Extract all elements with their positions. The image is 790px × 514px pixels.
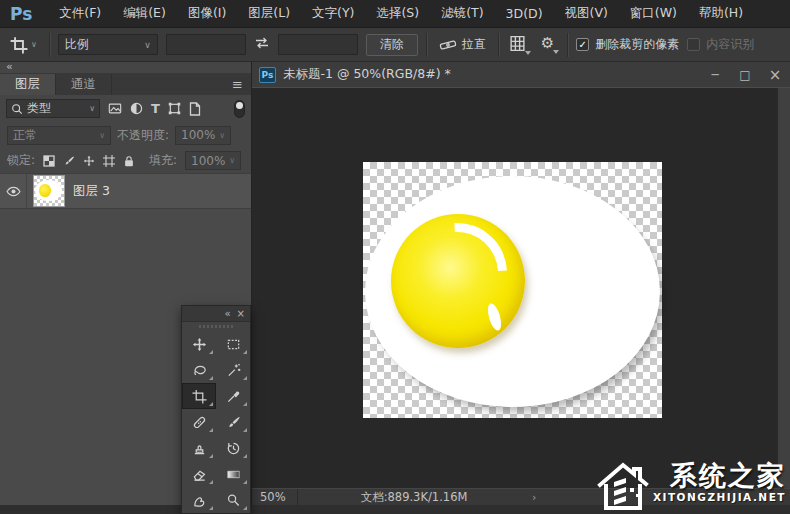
swap-width-height-icon[interactable] — [254, 36, 270, 53]
filter-pixel-layers-icon[interactable] — [108, 102, 122, 115]
crop-options-button[interactable]: ⚙ — [539, 34, 559, 55]
yolk-highlight-small — [485, 302, 503, 332]
quick-selection-tool-icon — [226, 363, 241, 378]
menu-item-help[interactable]: 帮助(H) — [688, 5, 754, 22]
menu-item-3d[interactable]: 3D(D) — [495, 6, 554, 21]
smudge-tool-button[interactable] — [182, 487, 216, 513]
blend-mode-select[interactable]: 正常 ∨ — [7, 126, 111, 145]
crop-ratio-select[interactable]: 比例 ∨ — [58, 34, 158, 55]
history-brush-tool-icon — [226, 441, 241, 456]
dodge-tool-button[interactable] — [216, 487, 250, 513]
document-title-bar[interactable]: Ps 未标题-1 @ 50%(RGB/8#) * ─ □ × — [252, 62, 790, 88]
eyedropper-tool-button[interactable] — [216, 383, 250, 409]
tab-layers[interactable]: 图层 — [0, 74, 56, 95]
close-button[interactable]: × — [760, 62, 790, 87]
status-menu-arrow-icon[interactable]: › — [532, 491, 536, 504]
smudge-tool-icon — [192, 493, 207, 508]
layer-row[interactable]: 图层 3 — [0, 173, 251, 209]
brush-tool-icon — [226, 415, 241, 430]
spot-healing-brush-tool-button[interactable] — [182, 409, 216, 435]
fill-label: 填充: — [149, 152, 177, 169]
caret-down-icon: ∨ — [31, 40, 37, 49]
history-brush-tool-button[interactable] — [216, 435, 250, 461]
collapse-panels-icon[interactable]: « — [6, 60, 13, 73]
rectangular-marquee-tool-icon — [226, 337, 241, 352]
eraser-tool-button[interactable] — [182, 461, 216, 487]
menu-item-window[interactable]: 窗口(W) — [619, 5, 688, 22]
brush-tool-button[interactable] — [216, 409, 250, 435]
menu-item-view[interactable]: 视图(V) — [554, 5, 619, 22]
panel-tabs: 图层 通道 ≡ — [0, 73, 251, 95]
gear-icon: ⚙ — [541, 36, 554, 51]
layer-name[interactable]: 图层 3 — [73, 183, 110, 200]
blend-mode-row: 正常 ∨ 不透明度: 100% ∨ — [0, 122, 251, 148]
filter-kind-select[interactable]: 类型 ∨ — [6, 99, 100, 118]
delete-cropped-pixels-checkbox[interactable]: ✓ 删除裁剪的像素 — [576, 36, 679, 53]
crop-height-input[interactable] — [278, 34, 358, 55]
lock-row: 锁定: 填充: 100% ∨ — [0, 148, 251, 173]
straighten-button[interactable]: 拉直 — [435, 36, 490, 53]
restore-button[interactable]: □ — [730, 62, 760, 87]
clear-button[interactable]: 清除 — [366, 34, 418, 56]
eraser-tool-icon — [192, 467, 207, 482]
panel-menu-icon[interactable]: ≡ — [232, 77, 243, 92]
filter-type-layers-icon[interactable]: T — [151, 101, 160, 116]
toggle-knob — [236, 102, 243, 109]
grip-dots — [199, 325, 233, 328]
lock-position-icon[interactable] — [83, 155, 95, 167]
lock-all-icon[interactable] — [123, 155, 135, 167]
canvas-viewport — [252, 88, 790, 488]
document-size-info: 文档:889.3K/1.16M — [298, 490, 530, 505]
lock-transparent-pixels-icon[interactable] — [43, 155, 55, 167]
lock-image-pixels-icon[interactable] — [63, 155, 75, 167]
crop-tool-button[interactable] — [182, 383, 216, 409]
menu-bar: Ps 文件(F) 编辑(E) 图像(I) 图层(L) 文字(Y) 选择(S) 滤… — [0, 0, 790, 28]
crop-tool-preset-picker[interactable]: ∨ — [6, 34, 41, 56]
eyedropper-tool-icon — [226, 389, 241, 404]
menu-item-type[interactable]: 文字(Y) — [301, 5, 365, 22]
menu-item-image[interactable]: 图像(I) — [177, 5, 237, 22]
menu-item-layer[interactable]: 图层(L) — [237, 5, 301, 22]
overlay-options-button[interactable] — [507, 33, 531, 56]
menu-item-edit[interactable]: 编辑(E) — [112, 5, 177, 22]
filter-smart-objects-icon[interactable] — [189, 102, 201, 116]
separator — [567, 33, 568, 57]
eye-icon — [6, 186, 21, 197]
separator — [49, 33, 50, 57]
collapse-toolbox-icon[interactable]: « — [224, 308, 230, 319]
lasso-tool-button[interactable] — [182, 357, 216, 383]
fill-select[interactable]: 100% ∨ — [185, 151, 241, 170]
lock-artboard-icon[interactable] — [103, 155, 115, 167]
vertical-scrollbar[interactable] — [777, 88, 790, 488]
toolbox-grip[interactable] — [182, 322, 250, 331]
content-aware-checkbox[interactable]: 内容识别 — [687, 36, 754, 53]
crop-width-input[interactable] — [166, 34, 246, 55]
menu-item-select[interactable]: 选择(S) — [365, 5, 430, 22]
toolbox-grid — [182, 331, 250, 513]
filter-shape-layers-icon[interactable] — [168, 102, 181, 115]
menu-item-filter[interactable]: 滤镜(T) — [430, 5, 494, 22]
filter-adjustment-layers-icon[interactable] — [130, 102, 143, 115]
layer-thumbnail[interactable] — [33, 175, 65, 207]
zoom-level-field[interactable]: 50% — [252, 489, 298, 505]
photoshop-logo: Ps — [10, 4, 32, 24]
close-toolbox-icon[interactable]: × — [237, 308, 245, 319]
toolbox-header[interactable]: « × — [182, 306, 250, 322]
menu-item-file[interactable]: 文件(F) — [48, 5, 112, 22]
gradient-tool-button[interactable] — [216, 461, 250, 487]
clone-stamp-tool-button[interactable] — [182, 435, 216, 461]
document-title: 未标题-1 @ 50%(RGB/8#) * — [283, 66, 451, 83]
tab-channels[interactable]: 通道 — [56, 74, 112, 95]
checkbox-checked-icon: ✓ — [576, 38, 589, 51]
move-tool-button[interactable] — [182, 331, 216, 357]
quick-selection-tool-button[interactable] — [216, 357, 250, 383]
opacity-select[interactable]: 100% ∨ — [175, 126, 231, 145]
panel-dock-header: « — [0, 62, 251, 73]
rectangular-marquee-tool-button[interactable] — [216, 331, 250, 357]
canvas[interactable] — [363, 162, 662, 418]
separator — [426, 33, 427, 57]
spot-healing-brush-tool-icon — [192, 415, 207, 430]
filter-toggle-switch[interactable] — [234, 100, 245, 118]
layer-visibility-toggle[interactable] — [0, 174, 27, 208]
minimize-button[interactable]: ─ — [700, 62, 730, 87]
